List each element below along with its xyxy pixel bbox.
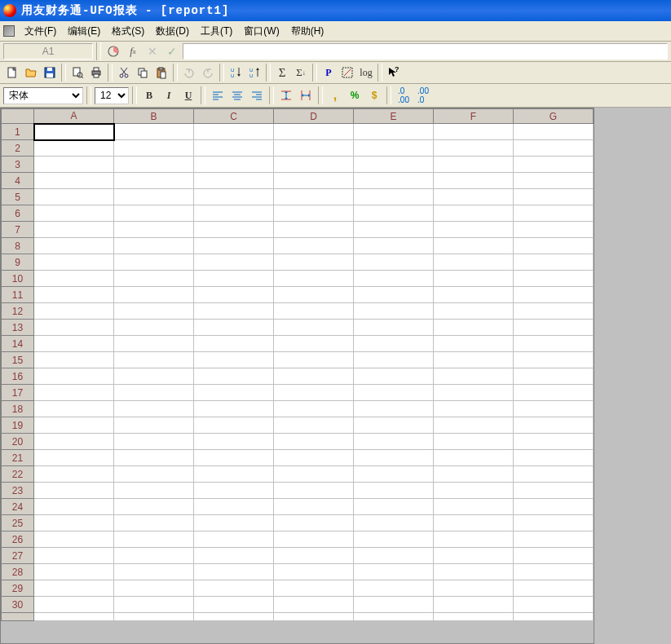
underline-button[interactable]: U	[179, 86, 197, 104]
cell[interactable]	[434, 271, 514, 287]
cell[interactable]	[514, 483, 594, 499]
cell[interactable]	[194, 532, 274, 548]
comma-format-button[interactable]: ,	[326, 86, 344, 104]
cell[interactable]	[194, 352, 274, 368]
cell[interactable]	[354, 254, 434, 271]
cell[interactable]	[514, 466, 594, 483]
cell[interactable]	[194, 564, 274, 580]
cell[interactable]	[274, 336, 354, 352]
column-header[interactable]: B	[114, 109, 194, 124]
cell[interactable]	[114, 401, 194, 417]
cell[interactable]	[274, 368, 354, 385]
cell[interactable]	[194, 385, 274, 401]
cell[interactable]	[514, 385, 594, 401]
cell[interactable]	[194, 336, 274, 352]
row-header[interactable]: 15	[2, 352, 34, 368]
cell[interactable]	[514, 499, 594, 515]
cell[interactable]	[34, 597, 114, 613]
cell[interactable]	[34, 352, 114, 368]
log-button[interactable]: log	[357, 64, 375, 82]
cell[interactable]	[194, 254, 274, 271]
select-all-corner[interactable]	[2, 109, 34, 124]
cell[interactable]	[514, 417, 594, 434]
menu-help[interactable]: 帮助(H)	[286, 23, 329, 40]
row-header[interactable]: 20	[2, 434, 34, 450]
cell[interactable]	[514, 564, 594, 580]
cell[interactable]	[34, 450, 114, 466]
cell[interactable]	[194, 515, 274, 532]
cell[interactable]	[34, 385, 114, 401]
column-header[interactable]: A	[34, 109, 114, 124]
cell[interactable]	[34, 173, 114, 189]
cell[interactable]	[274, 238, 354, 254]
cell[interactable]	[354, 466, 434, 483]
cell[interactable]	[34, 564, 114, 580]
row-header[interactable]: 18	[2, 401, 34, 417]
cell[interactable]	[354, 205, 434, 222]
formula-input[interactable]	[183, 43, 668, 60]
cell[interactable]	[354, 189, 434, 205]
cell[interactable]	[114, 532, 194, 548]
menu-window[interactable]: 窗口(W)	[239, 23, 284, 40]
open-file-icon[interactable]	[22, 64, 40, 82]
cell[interactable]	[194, 450, 274, 466]
cell[interactable]	[354, 336, 434, 352]
cell[interactable]	[34, 613, 114, 621]
sum-icon[interactable]: Σ	[273, 64, 291, 82]
cell[interactable]	[194, 548, 274, 564]
cell[interactable]	[194, 173, 274, 189]
column-header[interactable]: E	[354, 109, 434, 124]
cell[interactable]	[34, 368, 114, 385]
align-center-icon[interactable]	[228, 86, 246, 104]
cell[interactable]	[434, 222, 514, 238]
cell[interactable]	[194, 580, 274, 597]
cell[interactable]	[354, 352, 434, 368]
cell[interactable]	[434, 483, 514, 499]
cell[interactable]	[434, 417, 514, 434]
cell[interactable]	[434, 205, 514, 222]
spreadsheet[interactable]: ABCDEFG123456789101112131415161718192021…	[1, 108, 594, 621]
spreadsheet-scroll[interactable]: ABCDEFG123456789101112131415161718192021…	[0, 108, 594, 644]
cell[interactable]	[194, 157, 274, 173]
print-preview-icon[interactable]	[68, 64, 86, 82]
cell[interactable]	[434, 124, 514, 140]
menu-format[interactable]: 格式(S)	[107, 23, 149, 40]
cell[interactable]	[114, 434, 194, 450]
cell[interactable]	[434, 580, 514, 597]
cell[interactable]	[354, 238, 434, 254]
cell[interactable]	[274, 499, 354, 515]
cell[interactable]	[114, 222, 194, 238]
row-header[interactable]: 6	[2, 205, 34, 222]
cell[interactable]	[514, 352, 594, 368]
cell[interactable]	[354, 434, 434, 450]
column-header[interactable]: F	[434, 109, 514, 124]
row-header[interactable]: 8	[2, 238, 34, 254]
cell[interactable]	[514, 140, 594, 157]
row-header[interactable]: 2	[2, 140, 34, 157]
cell[interactable]	[114, 483, 194, 499]
cell[interactable]	[194, 368, 274, 385]
cell[interactable]	[114, 368, 194, 385]
cell[interactable]	[274, 385, 354, 401]
cell[interactable]	[114, 254, 194, 271]
cell[interactable]	[114, 613, 194, 621]
cell-reference-box[interactable]: A1	[3, 43, 93, 60]
cell[interactable]	[194, 613, 274, 621]
cell[interactable]	[434, 548, 514, 564]
cell[interactable]	[34, 189, 114, 205]
menu-data[interactable]: 数据(D)	[151, 23, 194, 40]
cell[interactable]	[514, 254, 594, 271]
cell[interactable]	[114, 336, 194, 352]
cell[interactable]	[114, 564, 194, 580]
cell[interactable]	[354, 515, 434, 532]
sort-desc-icon[interactable]: UU	[245, 64, 263, 82]
font-size-select[interactable]: 12	[95, 87, 129, 104]
row-header[interactable]: 5	[2, 189, 34, 205]
cell[interactable]	[114, 597, 194, 613]
cell[interactable]	[354, 580, 434, 597]
cell[interactable]	[34, 157, 114, 173]
cell[interactable]	[354, 271, 434, 287]
cell[interactable]	[274, 189, 354, 205]
row-header[interactable]: 26	[2, 532, 34, 548]
cell[interactable]	[354, 157, 434, 173]
